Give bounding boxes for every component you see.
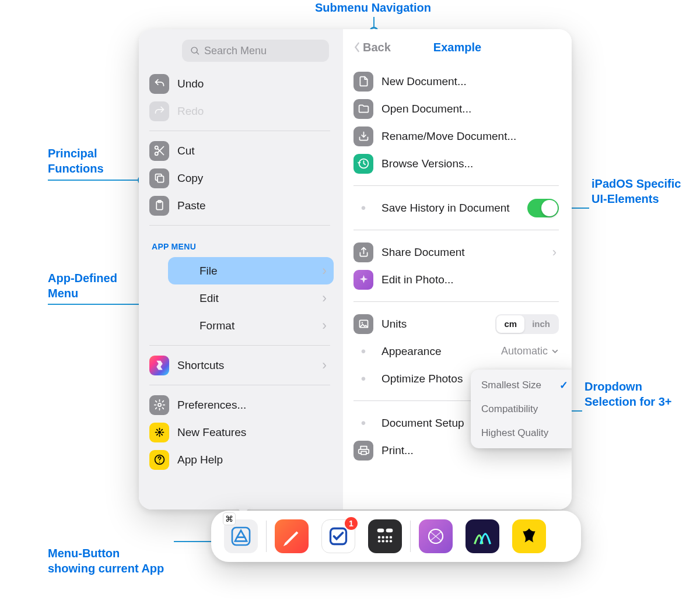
svg-point-9 xyxy=(361,322,363,324)
dock-app-5[interactable] xyxy=(466,519,499,553)
printer-icon xyxy=(354,441,373,461)
new-features-item[interactable]: New Features xyxy=(146,419,334,446)
chevron-right-icon: › xyxy=(322,318,330,333)
history-icon xyxy=(354,154,373,174)
chevron-right-icon: › xyxy=(322,263,330,279)
svg-rect-2 xyxy=(158,176,164,182)
app-help-item[interactable]: App Help xyxy=(146,446,334,473)
callout-ipados: iPadOS SpecificUI-Elements xyxy=(592,176,681,206)
current-app-icon xyxy=(229,525,253,548)
cut-item[interactable]: Cut xyxy=(146,137,334,164)
svg-rect-13 xyxy=(386,529,393,533)
popup-option-compat[interactable]: Compatibility xyxy=(471,397,572,421)
edit-in-photo-item[interactable]: Edit in Photo... xyxy=(354,266,559,293)
new-document-item[interactable]: New Document... xyxy=(354,68,559,95)
format-menu-item[interactable]: Format › xyxy=(168,312,334,339)
check-icon: ✓ xyxy=(559,379,568,392)
share-icon xyxy=(354,242,373,262)
scissors-icon xyxy=(149,141,169,161)
popup-option-smallest[interactable]: Smallest Size✓ xyxy=(471,373,572,397)
command-key-icon: ⌘ xyxy=(223,512,236,525)
svg-point-17 xyxy=(390,536,392,539)
help-icon xyxy=(149,450,169,470)
appearance-row[interactable]: • Appearance Automatic xyxy=(354,338,559,365)
svg-point-19 xyxy=(382,540,384,542)
dock-app-3[interactable] xyxy=(368,519,402,553)
callout-app-defined: App-DefinedMenu xyxy=(48,270,117,301)
share-document-item[interactable]: Share Document › xyxy=(354,238,559,266)
callout-submenu-nav: Submenu Navigation xyxy=(315,0,431,15)
browse-versions-item[interactable]: Browse Versions... xyxy=(354,150,559,177)
dock-app-1[interactable] xyxy=(275,519,309,553)
svg-point-16 xyxy=(386,536,388,539)
callout-dropdown: DropdownSelection for 3+ xyxy=(584,379,672,409)
back-button[interactable]: Back xyxy=(354,41,391,54)
search-input[interactable]: Search Menu xyxy=(182,40,329,62)
undo-item[interactable]: Undo xyxy=(146,70,334,97)
copy-item[interactable]: Copy xyxy=(146,164,334,192)
image-icon xyxy=(354,314,373,334)
svg-point-6 xyxy=(158,431,160,434)
svg-point-15 xyxy=(382,536,384,539)
units-row: Units cm inch xyxy=(354,310,559,338)
svg-point-14 xyxy=(378,536,380,539)
dock: ⌘ 1 xyxy=(211,511,581,562)
preferences-item[interactable]: Preferences... xyxy=(146,391,334,419)
folder-icon xyxy=(354,99,373,119)
paste-item[interactable]: Paste xyxy=(146,192,334,219)
chevron-left-icon xyxy=(354,42,360,52)
dock-app-6[interactable] xyxy=(512,519,546,553)
file-menu-item[interactable]: File › xyxy=(168,257,334,284)
save-history-row: • Save History in Document xyxy=(354,194,559,222)
redo-item[interactable]: Redo xyxy=(146,97,334,125)
callout-menu-button: Menu-Buttonshowing current App xyxy=(48,546,164,576)
svg-point-18 xyxy=(378,540,380,542)
gear-icon xyxy=(149,395,169,415)
sparkle-icon xyxy=(149,423,169,442)
rename-document-item[interactable]: Rename/Move Document... xyxy=(354,122,559,150)
popup-option-highest[interactable]: Highest Quality xyxy=(471,421,572,445)
dock-app-4[interactable] xyxy=(419,519,453,553)
svg-point-20 xyxy=(386,540,388,542)
submenu-content: Back Example New Document... Open Docume… xyxy=(343,29,572,509)
app-menu-header: APP MENU xyxy=(146,231,334,257)
svg-rect-12 xyxy=(377,529,384,533)
copy-icon xyxy=(149,168,169,188)
tray-down-icon xyxy=(354,126,373,146)
sidebar: Search Menu Undo Redo Cut Copy Paste APP… xyxy=(139,29,343,509)
save-history-toggle[interactable] xyxy=(527,199,559,217)
chevron-down-icon xyxy=(551,347,559,355)
menu-panel: Search Menu Undo Redo Cut Copy Paste APP… xyxy=(139,29,572,509)
chevron-right-icon: › xyxy=(552,245,559,260)
optimize-dropdown-popup: Smallest Size✓ Compatibility Highest Qua… xyxy=(471,370,572,448)
edit-menu-item[interactable]: Edit › xyxy=(168,284,334,312)
paste-icon xyxy=(149,196,169,216)
chevron-right-icon: › xyxy=(322,357,330,373)
document-icon xyxy=(354,72,373,92)
search-icon xyxy=(190,46,200,56)
appearance-dropdown[interactable]: Automatic xyxy=(501,345,559,357)
chevron-right-icon: › xyxy=(322,290,330,306)
shortcuts-item[interactable]: Shortcuts › xyxy=(146,352,334,379)
open-document-item[interactable]: Open Document... xyxy=(354,95,559,122)
shortcuts-icon xyxy=(149,356,169,375)
callout-principal: PrincipalFunctions xyxy=(48,146,104,176)
units-segmented[interactable]: cm inch xyxy=(495,314,559,334)
app-icon xyxy=(354,270,373,290)
menu-button[interactable]: ⌘ xyxy=(224,519,258,553)
svg-point-5 xyxy=(158,403,160,406)
notification-badge: 1 xyxy=(345,517,358,530)
svg-point-21 xyxy=(390,540,392,542)
page-title: Example xyxy=(433,41,481,54)
redo-icon xyxy=(149,101,169,121)
undo-icon xyxy=(149,74,169,94)
dock-app-2[interactable]: 1 xyxy=(321,519,355,553)
